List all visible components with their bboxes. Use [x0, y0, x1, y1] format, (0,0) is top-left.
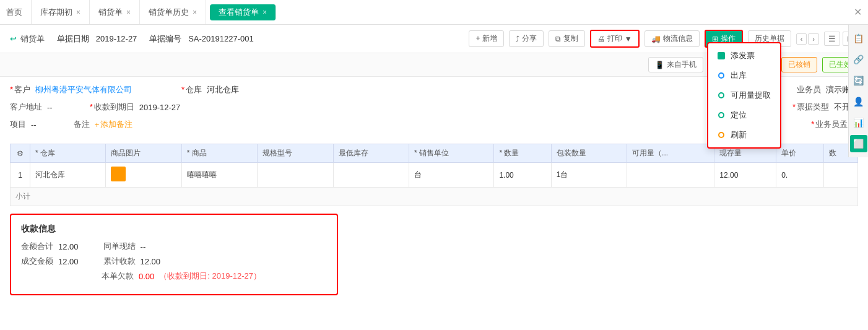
tab-view-sales[interactable]: 查看销货单 ×	[210, 4, 276, 20]
row-available	[627, 163, 714, 188]
table-row: 1 河北仓库 嘻嘻嘻嘻 台 1.00 1台 12.00 0.	[11, 163, 858, 188]
col-warehouse: * 仓库	[30, 144, 106, 163]
list-view-icon[interactable]: ☰	[824, 32, 840, 46]
add-invoice-icon	[717, 51, 726, 60]
amount-total-label: 金额合计	[21, 241, 53, 252]
warehouse-value: 河北仓库	[207, 84, 239, 95]
subtotal-row: 小计	[11, 188, 858, 206]
tab-home[interactable]: 首页	[6, 0, 32, 24]
col-spec: 规格型号	[258, 144, 333, 163]
project-label: 项目	[10, 119, 26, 130]
tab-close-view[interactable]: ×	[263, 8, 267, 17]
customer-value[interactable]: 柳州粤港平安气体有限公司	[35, 84, 132, 95]
amount-total-field: 金额合计 12.00	[21, 241, 79, 252]
locate-item[interactable]: 定位	[708, 105, 780, 125]
subtotal-label: 小计	[11, 188, 858, 206]
row-spec	[258, 163, 333, 188]
from-phone-button[interactable]: 📱 来自手机	[648, 57, 703, 72]
same-order-label: 同单现结	[103, 241, 136, 252]
project-value: --	[31, 120, 37, 129]
print-button[interactable]: 🖨 打印 ▼	[590, 30, 640, 48]
row-unit-price: 0.	[776, 163, 824, 188]
address-value: --	[47, 103, 53, 112]
tab-close-history[interactable]: ×	[193, 8, 197, 17]
due-date-note: （收款到期日: 2019-12-27）	[159, 271, 261, 282]
copy-icon: ⧉	[555, 35, 561, 43]
logistics-button[interactable]: 🚚 物流信息	[644, 30, 700, 47]
row-extra	[824, 163, 858, 188]
row-warehouse: 河北仓库	[30, 163, 106, 188]
row-min-stock	[333, 163, 409, 188]
add-remark-button[interactable]: + 添加备注	[95, 119, 133, 130]
col-pack: 包装数量	[551, 144, 627, 163]
refresh-item[interactable]: 刷新	[708, 125, 780, 145]
sidebar-icon-2[interactable]: 🔗	[850, 51, 867, 68]
copy-button[interactable]: ⧉ 复制	[549, 30, 585, 47]
available-qty-item[interactable]: 可用量提取	[708, 85, 780, 105]
transaction-amount-field: 成交金额 12.00	[21, 256, 79, 267]
sidebar-icon-5[interactable]: 📊	[850, 114, 867, 131]
doc-type: ↩ 销货单	[10, 33, 45, 45]
staff2-label: 业务员孟	[811, 119, 848, 130]
date-label: 单据日期 2019-12-27	[57, 33, 137, 45]
col-unit-price: 单价	[776, 144, 824, 163]
new-button[interactable]: + 新增	[469, 30, 503, 47]
cumulative-receipt-value: 12.00	[141, 257, 161, 266]
out-warehouse-item[interactable]: 出库	[708, 66, 780, 85]
prev-button[interactable]: ‹	[796, 33, 807, 45]
plus-icon: +	[95, 120, 100, 129]
payment-section: 收款信息 金额合计 12.00 同单现结 -- 成交金额 12.00 累计收款 …	[10, 214, 338, 295]
payment-due-value: 2019-12-27	[139, 103, 181, 112]
add-invoice-item[interactable]: 添发票	[708, 46, 780, 66]
col-settings[interactable]: ⚙	[11, 144, 30, 163]
tab-sales-history[interactable]: 销货单历史 ×	[140, 0, 206, 24]
share-icon: ⤴	[516, 35, 519, 43]
remark-label: 备注	[74, 119, 90, 130]
project-field: 项目 --	[10, 119, 37, 130]
window-close-button[interactable]: ✕	[854, 6, 862, 18]
share-button[interactable]: ⤴ 分享	[509, 30, 544, 47]
payment-row-3: 本单欠款 0.00 （收款到期日: 2019-12-27）	[21, 271, 327, 282]
sidebar-icon-3[interactable]: 🔄	[850, 72, 867, 89]
refresh-icon	[717, 131, 726, 139]
row-num: 1	[11, 163, 30, 188]
warehouse-label: 仓库	[181, 84, 202, 95]
payment-title: 收款信息	[21, 224, 327, 235]
logistics-icon: 🚚	[651, 35, 661, 43]
operation-dropdown: 添发票 出库 可用量提取 定位 刷新	[707, 42, 781, 149]
due-value: 0.00	[139, 272, 154, 281]
sidebar-icon-4[interactable]: 👤	[850, 93, 867, 110]
transaction-amount-label: 成交金额	[21, 256, 53, 267]
col-available: 可用量（...	[627, 144, 714, 163]
tab-close-inventory[interactable]: ×	[76, 8, 80, 17]
number-label: 单据编号 SA-20191227-001	[149, 33, 253, 45]
payment-row-1: 金额合计 12.00 同单现结 --	[21, 241, 327, 252]
due-field: 本单欠款 0.00 （收款到期日: 2019-12-27）	[102, 271, 261, 282]
staff-label: 业务员	[797, 84, 821, 95]
row-stock: 12.00	[714, 163, 776, 188]
print-icon: 🖨	[597, 35, 605, 43]
remark-field: 备注 + 添加备注	[74, 119, 133, 130]
out-warehouse-icon	[717, 71, 726, 80]
col-product: * 商品	[181, 144, 257, 163]
row-qty: 1.00	[494, 163, 551, 188]
customer-label: 客户	[10, 84, 30, 95]
tab-close-sales[interactable]: ×	[126, 8, 131, 17]
tab-bar: 首页 库存期初 × 销货单 × 销货单历史 × 查看销货单 × ✕	[0, 0, 868, 25]
sidebar-icon-1[interactable]: 📋	[850, 30, 867, 47]
row-image	[106, 163, 181, 188]
col-qty: * 数量	[494, 144, 551, 163]
sidebar-icon-expand[interactable]: ⬜	[850, 135, 867, 152]
col-image: 商品图片	[106, 144, 181, 163]
tab-sales-order[interactable]: 销货单 ×	[90, 0, 140, 24]
tab-inventory-init[interactable]: 库存期初 ×	[32, 0, 90, 24]
table-section: ⚙ * 仓库 商品图片 * 商品 规格型号 最低库存 * 销售单位 * 数量 包…	[0, 144, 868, 206]
transaction-amount-value: 12.00	[58, 257, 79, 266]
print-dropdown-icon: ▼	[625, 35, 632, 43]
col-min-stock: 最低库存	[333, 144, 409, 163]
next-button[interactable]: ›	[808, 33, 819, 45]
col-unit: * 销售单位	[409, 144, 493, 163]
cumulative-receipt-label: 累计收款	[103, 256, 136, 267]
nav-arrows: ‹ ›	[796, 33, 819, 45]
payment-due-field: 收款到期日 2019-12-27	[90, 102, 181, 113]
